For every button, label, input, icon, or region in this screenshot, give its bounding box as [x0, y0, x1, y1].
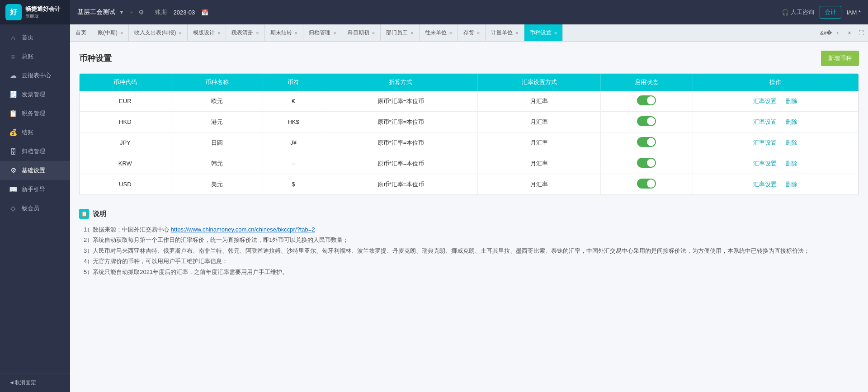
- sidebar-item-cloud-report[interactable]: ☁ 云报表中心: [0, 66, 70, 85]
- tab-income[interactable]: 收入支出表(年报) ×: [129, 24, 187, 42]
- calendar-icon[interactable]: 📅: [201, 9, 208, 16]
- tax-icon: 📋: [9, 109, 17, 118]
- member-icon: ◇: [9, 204, 17, 213]
- tab-close-income[interactable]: ×: [179, 30, 181, 36]
- page-content: 币种设置 新增币种 币种代码 币种名称 币符 折算方式 汇率设置方式 启用状态 …: [70, 42, 868, 392]
- enable-toggle[interactable]: [637, 116, 656, 126]
- account-button[interactable]: 会计: [820, 6, 841, 19]
- tab-close-currency[interactable]: ×: [554, 30, 557, 36]
- table-header-row: 币种代码 币种名称 币符 折算方式 汇率设置方式 启用状态 操作: [80, 74, 859, 91]
- delete-link[interactable]: 删除: [786, 160, 797, 167]
- cell-method: 原币*汇率=本位币: [324, 91, 477, 112]
- tab-unit[interactable]: 计量单位 ×: [486, 24, 524, 42]
- delete-link[interactable]: 删除: [786, 139, 797, 146]
- cell-rate-type: 月汇率: [477, 174, 600, 195]
- sidebar-item-tax[interactable]: 📋 税务管理: [0, 104, 70, 123]
- delete-link[interactable]: 删除: [786, 181, 797, 188]
- tab-period-end[interactable]: 期末结转 ×: [265, 24, 303, 42]
- tab-currency[interactable]: 币种设置 ×: [524, 24, 563, 42]
- chinamoney-link[interactable]: https://www.chinamoney.com.cn/chinese/bk…: [171, 226, 315, 233]
- tab-template[interactable]: 模版设计 ×: [188, 24, 226, 42]
- sidebar-item-closing[interactable]: 💰 结账: [0, 123, 70, 142]
- notes-item: 1）数据来源：中国外汇交易中心 https://www.chinamoney.c…: [79, 224, 859, 235]
- table-row: KRW 韩元 -- 原币*汇率=本位币 月汇率 汇率设置 删除: [80, 153, 859, 174]
- sidebar-item-member[interactable]: ◇ 畅会员: [0, 199, 70, 218]
- cell-symbol: HK$: [263, 112, 324, 132]
- cell-symbol: €: [263, 91, 324, 112]
- notes-icon: 📋: [79, 209, 89, 219]
- tab-close-period[interactable]: ×: [120, 30, 123, 36]
- cell-name: 港元: [171, 112, 263, 132]
- tab-close-template[interactable]: ×: [217, 30, 220, 36]
- main-area: 基层工会测试 ▼ + ⚙ 账期 2023-03 📅 🎧 人工咨询 会计 iAM …: [70, 0, 868, 392]
- enable-toggle[interactable]: [637, 137, 656, 147]
- enable-toggle[interactable]: [637, 95, 656, 105]
- header-left: 基层工会测试 ▼ + ⚙ 账期 2023-03 📅: [77, 8, 208, 16]
- rate-setting-link[interactable]: 汇率设置: [753, 118, 777, 125]
- sidebar-item-archive[interactable]: 🗄 归档管理: [0, 142, 70, 161]
- company-dropdown-icon[interactable]: ▼: [119, 9, 124, 15]
- notes-section: 📋 说明 1）数据来源：中国外汇交易中心 https://www.chinamo…: [79, 209, 859, 277]
- cell-name: 欧元: [171, 91, 263, 112]
- delete-link[interactable]: 删除: [786, 118, 797, 125]
- page-header: 币种设置 新增币种: [79, 51, 859, 66]
- tab-inventory[interactable]: 存货 ×: [458, 24, 486, 42]
- tab-department[interactable]: 部门员工 ×: [381, 24, 419, 42]
- notes-item: 5）系统只能自动抓取2021年度后的汇率，之前年度汇率需要用用户手工维护。: [79, 267, 859, 277]
- tab-close-tax-form[interactable]: ×: [256, 30, 259, 36]
- rate-setting-link[interactable]: 汇率设置: [753, 98, 777, 104]
- tab-tax-form[interactable]: 税表清册 ×: [226, 24, 264, 42]
- new-currency-button[interactable]: 新增币种: [821, 51, 859, 66]
- rate-setting-link[interactable]: 汇率设置: [753, 181, 777, 188]
- cell-status[interactable]: [601, 174, 693, 195]
- cell-actions: 汇率设置 删除: [693, 112, 858, 132]
- sidebar-item-home[interactable]: ⌂ 首页: [0, 28, 70, 47]
- delete-link[interactable]: 删除: [786, 98, 797, 104]
- tab-close-contact[interactable]: ×: [449, 30, 452, 36]
- rate-setting-link[interactable]: 汇率设置: [753, 160, 777, 167]
- tab-close-subject-init[interactable]: ×: [372, 30, 375, 36]
- tab-close-inventory[interactable]: ×: [477, 30, 480, 36]
- sidebar-item-ledger[interactable]: ≡ 总账: [0, 47, 70, 66]
- cell-code: KRW: [80, 153, 171, 174]
- cell-status[interactable]: [601, 91, 693, 112]
- tab-close-archive[interactable]: ×: [333, 30, 336, 36]
- tab-close-unit[interactable]: ×: [515, 30, 518, 36]
- app-logo: 好 畅捷通好会计 旗舰版: [0, 0, 70, 24]
- tab-period[interactable]: 账(中期) ×: [92, 24, 129, 42]
- sidebar-item-guide[interactable]: 📖 新手引导: [0, 180, 70, 199]
- cell-name: 韩元: [171, 153, 263, 174]
- sidebar-item-invoice[interactable]: 🧾 发票管理: [0, 85, 70, 104]
- tab-contact[interactable]: 往来单位 ×: [420, 24, 458, 42]
- tab-home[interactable]: 首页: [70, 24, 92, 42]
- enable-toggle[interactable]: [637, 158, 656, 168]
- sidebar-item-settings[interactable]: ⚙ 基础设置: [0, 161, 70, 180]
- cell-method: 原币*汇率=本位币: [324, 153, 477, 174]
- table-row: USD 美元 $ 原币*汇率=本位币 月汇率 汇率设置 删除: [80, 174, 859, 195]
- tab-expand-button[interactable]: ⛶: [856, 28, 866, 38]
- archive-icon: 🗄: [9, 147, 17, 156]
- notes-item: 2）系统自动获取每月第一个工作日的汇率标价，统一为直接标价法，即1外币可以兑换的…: [79, 235, 859, 245]
- tab-close-department[interactable]: ×: [410, 30, 413, 36]
- cell-status[interactable]: [601, 132, 693, 153]
- invoice-icon: 🧾: [9, 90, 17, 99]
- cell-name: 美元: [171, 174, 263, 195]
- tab-next-button[interactable]: ›: [833, 28, 843, 38]
- enable-toggle[interactable]: [637, 179, 656, 189]
- tab-close-all-button[interactable]: ×: [844, 28, 854, 38]
- cell-symbol: J¥: [263, 132, 324, 153]
- tab-prev-button[interactable]: &#�: [821, 28, 831, 38]
- ledger-icon: ≡: [9, 52, 17, 61]
- tab-subject-init[interactable]: 科目期初 ×: [342, 24, 381, 42]
- rate-setting-link[interactable]: 汇率设置: [753, 139, 777, 146]
- help-button[interactable]: 🎧 人工咨询: [782, 8, 814, 16]
- cell-actions: 汇率设置 删除: [693, 91, 858, 112]
- cell-status[interactable]: [601, 153, 693, 174]
- tab-close-period-end[interactable]: ×: [295, 30, 297, 36]
- cell-rate-type: 月汇率: [477, 132, 600, 153]
- sidebar-pin-toggle[interactable]: ◄取消固定: [0, 373, 70, 392]
- closing-icon: 💰: [9, 128, 17, 137]
- settings-gear-icon[interactable]: ⚙: [138, 9, 144, 16]
- cell-status[interactable]: [601, 112, 693, 132]
- tab-archive[interactable]: 归档管理 ×: [303, 24, 342, 42]
